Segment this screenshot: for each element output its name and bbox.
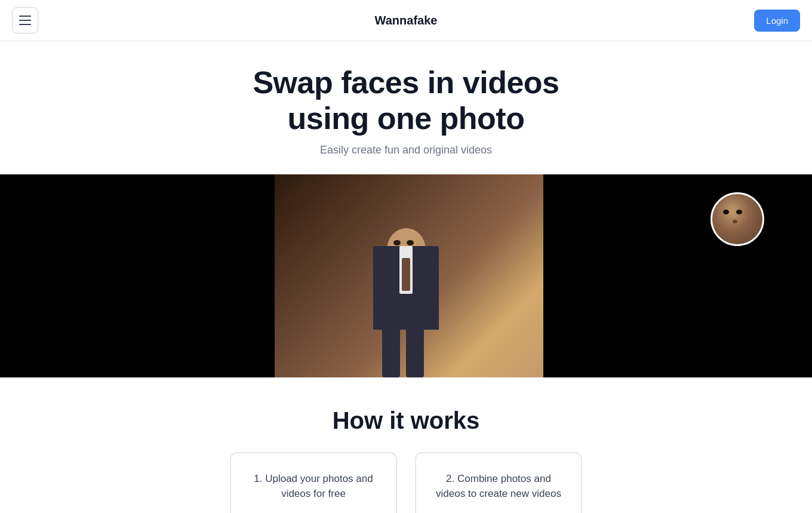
card-upload-text: 1. Upload your photos and videos for fre… [249, 471, 378, 502]
hero-section: Swap faces in videos using one photo Eas… [0, 41, 812, 174]
figure-leg-right [406, 330, 424, 377]
figure-tie [402, 258, 410, 291]
header: Wannafake Login [0, 0, 812, 41]
hamburger-line [19, 24, 31, 25]
how-it-works-section: How it works 1. Upload your photos and v… [0, 377, 812, 513]
cards-row: 1. Upload your photos and videos for fre… [12, 452, 800, 513]
figure-legs [382, 330, 430, 377]
face-overlay-bubble [710, 192, 764, 246]
brand-title: Wannafake [375, 14, 438, 27]
card-combine-text: 2. Combine photos and videos to create n… [434, 471, 563, 502]
card-upload: 1. Upload your photos and videos for fre… [230, 452, 397, 513]
section-title: How it works [12, 407, 800, 434]
hero-title: Swap faces in videos using one photo [12, 65, 800, 137]
hero-subtitle: Easily create fun and original videos [12, 144, 800, 156]
figure-leg-left [382, 330, 400, 377]
video-figure [373, 228, 439, 377]
hamburger-line [19, 20, 31, 21]
card-combine: 2. Combine photos and videos to create n… [415, 452, 582, 513]
login-button[interactable]: Login [754, 10, 800, 32]
hamburger-menu-button[interactable] [12, 7, 38, 33]
video-banner [0, 174, 812, 377]
hamburger-line [19, 16, 31, 17]
figure-suit [373, 246, 439, 330]
face-image [712, 194, 762, 244]
